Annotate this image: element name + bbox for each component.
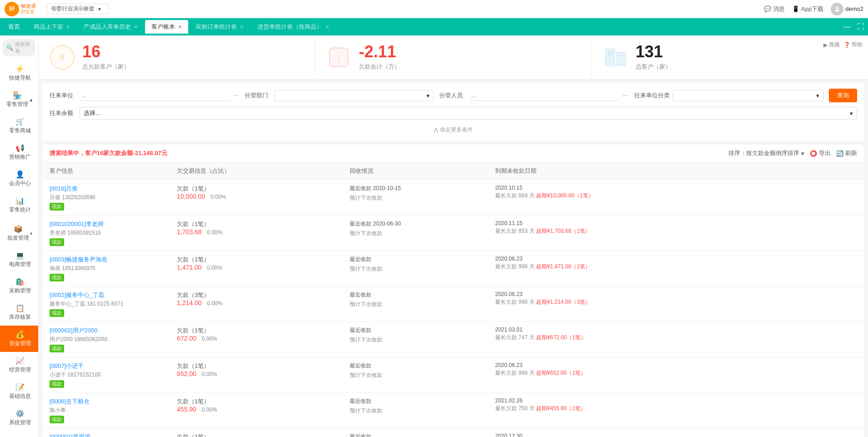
sidebar-item-enterprise[interactable]: 🤝 企业协同	[0, 431, 38, 437]
due-date: 2020.11.15	[495, 220, 857, 226]
tab-bar: 首页 商品上下架 ✕ 产成品入库单历史 ✕ 客户账本 ✕ 采购订单统计表 ✕ 进…	[0, 18, 868, 35]
person-input[interactable]	[469, 90, 620, 101]
total-customers-icon	[603, 45, 628, 70]
tab-purchase-order[interactable]: 采购订单统计表 ✕	[189, 20, 250, 34]
debt-amount[interactable]: 1,214.00	[177, 299, 202, 306]
sidebar-item-quick-nav[interactable]: ⚡ 快捷导航	[0, 60, 38, 86]
tab-purchase-stats[interactable]: 进货单统计表（按商品） ✕	[251, 20, 336, 34]
sort-select[interactable]: 排序：按欠款金额倒序排序 ▾	[728, 149, 804, 157]
svg-rect-5	[605, 49, 615, 65]
customer-name-link[interactable]: [000002]用户2050	[50, 327, 98, 334]
vendor-input[interactable]	[80, 90, 230, 101]
col-customer-info: 客户信息	[42, 162, 170, 180]
sidebar-item-purchase-mgmt[interactable]: 🛍️ 采购管理	[0, 273, 38, 299]
stat-card-total-debt: ↓ -2.11 欠款合计（万）	[315, 35, 592, 79]
svg-text:¥: ¥	[59, 51, 65, 62]
sidebar-item-batch-mgmt[interactable]: 📦 批发管理 ▾	[0, 220, 38, 246]
customer-tag: 现款	[50, 380, 64, 388]
last-collect: 最近收款	[350, 362, 481, 370]
collapse-icon: ⋀	[434, 127, 438, 133]
person-dots-btn[interactable]: ···	[622, 91, 628, 100]
customer-name-link[interactable]: [0003]畅捷服务尹海燕	[50, 256, 107, 263]
col-collection: 回收情况	[342, 162, 488, 180]
search-button[interactable]: 查询	[829, 89, 857, 102]
app-name: 畅捷通 好生意	[21, 3, 36, 15]
debt-amount[interactable]: 1,703.68	[177, 228, 202, 236]
customer-name-link[interactable]: [0016]吕俊	[50, 185, 78, 192]
overdue-days-label: 最长欠款 998 天	[495, 263, 536, 270]
customer-name-link[interactable]: [0001020001]李老师	[50, 221, 104, 227]
overdue-amount[interactable]: 超期¥1,214.00（3笔）	[536, 299, 591, 305]
tab-maximize-btn[interactable]: ⛶	[855, 23, 866, 31]
sidebar-item-ecommerce[interactable]: 💻 电商管理	[0, 246, 38, 273]
tab-customer-account[interactable]: 客户账本 ✕	[145, 20, 188, 34]
last-collect: 最近收款	[350, 291, 481, 299]
sidebar-item-marketing[interactable]: 📢 营销推广	[0, 139, 38, 166]
refresh-btn[interactable]: 🔄 刷新	[836, 149, 857, 157]
debt-amount[interactable]: 455.90	[177, 406, 196, 413]
filter-dept: 分管部门 ▾	[245, 90, 434, 101]
search-menu-box[interactable]: 🔍 搜索菜单	[3, 39, 35, 56]
sidebar-item-retail-stats[interactable]: 📊 零售统计	[0, 192, 38, 218]
overdue-amount[interactable]: 超期¥455.90（1笔）	[536, 405, 586, 412]
overdue-amount[interactable]: 超期¥1,703.68（1笔）	[536, 228, 591, 234]
sidebar-item-capital[interactable]: 💰 资金管理	[0, 326, 38, 352]
sidebar-item-retail-mgmt[interactable]: 🏪 零售管理 ▲	[0, 86, 38, 113]
overdue-amount[interactable]: 超期¥1,471.00（1笔）	[536, 263, 591, 270]
tab-close-icon[interactable]: ✕	[66, 24, 70, 30]
overdue-amount[interactable]: 超期¥672.00（1笔）	[536, 334, 586, 341]
tab-close-icon[interactable]: ✕	[178, 24, 182, 30]
sidebar-item-retail-mall[interactable]: 🛒 零售商城	[0, 113, 38, 139]
dept-select[interactable]: ▾	[275, 90, 434, 101]
svg-rect-8	[610, 51, 612, 53]
sidebar-item-basic-info[interactable]: 📝 基础信息	[0, 378, 38, 405]
video-btn[interactable]: ▶ 视频	[823, 41, 840, 49]
customer-name-link[interactable]: [0007]小进千	[50, 362, 84, 369]
vendor-dots-btn[interactable]: ···	[233, 91, 239, 100]
debt-amount[interactable]: 672.00	[177, 335, 196, 342]
overdue-days-label: 最长欠款 884 天	[495, 192, 536, 199]
svg-point-0	[836, 6, 838, 9]
tab-home[interactable]: 首页	[2, 20, 26, 34]
help-btn[interactable]: ❓ 帮助	[843, 41, 863, 49]
tab-product-off[interactable]: 商品上下架 ✕	[27, 20, 76, 34]
customer-phone: 小进千 18279152100	[50, 371, 162, 379]
sidebar-item-members[interactable]: 👤 会员中心	[0, 166, 38, 192]
balance-select[interactable]: 选择... ▾	[80, 107, 857, 120]
overdue-amount[interactable]: 超期¥10,000.00（1笔）	[536, 192, 594, 199]
svg-rect-11	[619, 55, 621, 56]
due-date: 2021.03.01	[495, 326, 857, 333]
debt-pct: 0.00%	[201, 371, 217, 377]
sidebar-item-system[interactable]: ⚙️ 系统管理	[0, 405, 38, 431]
tab-minimize-btn[interactable]: —	[842, 23, 853, 31]
message-btn[interactable]: 💬 消息	[764, 5, 785, 13]
debt-info: 欠款（1笔）	[177, 256, 335, 264]
debt-amount[interactable]: 652.00	[177, 370, 196, 377]
export-btn[interactable]: ⭕ 导出	[810, 149, 831, 157]
arrow-icon: ▲	[29, 97, 34, 102]
category-select[interactable]: ▾	[672, 90, 824, 101]
sidebar-item-operations[interactable]: 📈 经营管理	[0, 352, 38, 378]
due-date: 2020.10.15	[495, 185, 857, 191]
user-profile[interactable]: demo2	[831, 3, 863, 15]
debt-amount[interactable]: 10,000.00	[177, 193, 205, 200]
svg-rect-6	[617, 52, 626, 66]
filter-balance: 往来余额 选择... ▾	[50, 107, 857, 120]
collapse-btn[interactable]: ⋀ 收起更多条件	[50, 124, 857, 136]
customer-tag: 现款	[50, 345, 64, 352]
app-download-btn[interactable]: 📱 App下载	[792, 5, 823, 13]
store-selector[interactable]: 母婴行业演示账套 ▾	[47, 4, 109, 14]
overdue-amount[interactable]: 超期¥652.00（1笔）	[536, 370, 586, 376]
dropdown-arrow-icon: ▾	[426, 92, 430, 99]
tab-close-icon[interactable]: ✕	[134, 24, 138, 30]
sidebar-search-area[interactable]: 🔍 搜索菜单	[0, 35, 38, 60]
tab-product-history[interactable]: 产成品入库单历史 ✕	[77, 20, 144, 34]
customer-name-link[interactable]: [0006]去下粮仓	[50, 398, 90, 405]
tab-close-icon[interactable]: ✕	[325, 24, 329, 30]
customer-name-link[interactable]: [000001]黄思源	[50, 433, 90, 437]
tab-close-icon[interactable]: ✕	[240, 24, 244, 30]
debt-amount[interactable]: 1,471.00	[177, 264, 202, 271]
sidebar-item-inventory[interactable]: 📋 库存核算	[0, 299, 38, 326]
debt-info: 欠款（1笔）	[177, 433, 335, 437]
customer-name-link[interactable]: [0002]服务中心_丁磊	[50, 291, 105, 298]
